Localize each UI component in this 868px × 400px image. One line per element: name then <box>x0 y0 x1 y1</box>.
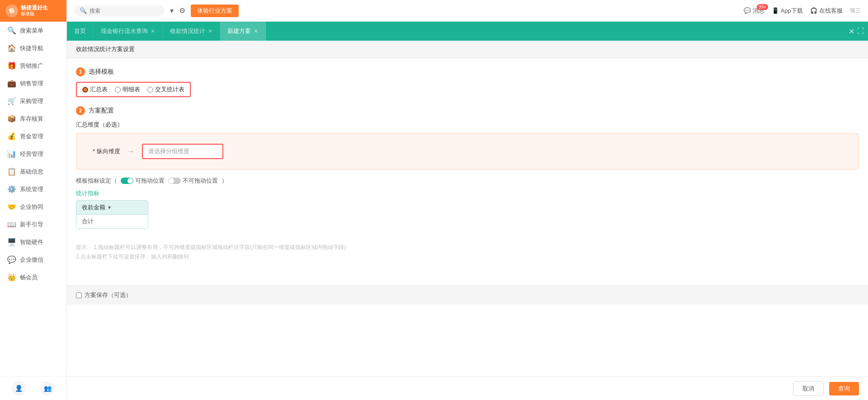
cooperation-icon: 🤝 <box>7 202 16 211</box>
logo-text: 畅捷通好生 标准版 <box>21 5 48 17</box>
summary-dimension-label: 汇总维度（必选） <box>76 121 859 129</box>
radio-detail[interactable]: 明细表 <box>115 85 140 94</box>
tip-line2: 2.点击标题栏下拉可设置排序、插入列和删除列 <box>76 253 859 261</box>
footer-bar: 取消 查询 <box>67 376 868 400</box>
search-icon: 🔍 <box>80 7 87 14</box>
dropdown-icon[interactable]: ▾ <box>170 6 174 15</box>
sidebar-footer-btn1[interactable]: 👤 <box>12 381 26 395</box>
tab-new-plan[interactable]: 新建方案 ✕ <box>220 22 266 41</box>
sidebar-item-member[interactable]: 👑 畅会员 <box>0 268 66 286</box>
maximize-window-icon[interactable]: ⛶ <box>857 27 864 35</box>
search-box[interactable]: 🔍 <box>74 5 165 16</box>
guide-icon: 📖 <box>7 220 16 229</box>
sidebar: 畅 畅捷通好生 标准版 🔍 搜索菜单 🏠 快捷导航 🎁 营销推广 💼 销售管理 … <box>0 0 67 400</box>
cancel-button[interactable]: 取消 <box>793 381 824 396</box>
metrics-label: 统计指标 <box>76 189 859 198</box>
sidebar-item-finance[interactable]: 💰 资金管理 <box>0 127 66 145</box>
gear-icon[interactable]: ⚙ <box>179 6 185 15</box>
dimension-arrow-icon: → <box>127 147 135 155</box>
save-section: 方案保存（可选） <box>67 285 868 305</box>
drag-toggle[interactable]: 可拖动位置 <box>121 177 165 185</box>
metrics-column-header: 收款金额 <box>82 203 105 212</box>
step2-section: 2 方案配置 汇总维度（必选） * 纵向维度 → 请选择分组维度 模板指标设定（ <box>76 106 859 267</box>
drag-toggle-icon <box>121 178 133 184</box>
step2-label: 方案配置 <box>89 107 114 115</box>
template-radio-group: 汇总表 明细表 交叉统计表 <box>82 85 184 94</box>
tab-cash-bank[interactable]: 现金银行流水查询 ✕ <box>94 22 163 41</box>
sidebar-item-guide[interactable]: 📖 新手引导 <box>0 216 66 233</box>
operations-icon: 📊 <box>7 150 16 158</box>
nodrag-toggle[interactable]: 不可拖动位置 <box>168 177 218 185</box>
sidebar-item-search-menu[interactable]: 🔍 搜索菜单 <box>0 22 66 39</box>
app-download-btn[interactable]: 📱 App下载 <box>772 7 803 15</box>
quick-nav-icon: 🏠 <box>7 44 16 52</box>
step1-section: 1 选择模板 汇总表 明细表 <box>76 67 859 97</box>
radio-cross[interactable]: 交叉统计表 <box>147 85 184 94</box>
tab-close-new-plan[interactable]: ✕ <box>254 28 258 34</box>
sidebar-item-inventory[interactable]: 📦 库存核算 <box>0 110 66 127</box>
sidebar-item-operations[interactable]: 📊 经营管理 <box>0 145 66 163</box>
user-name: 张三 <box>850 7 861 14</box>
service-icon: 🎧 <box>810 7 817 14</box>
form-area: 1 选择模板 汇总表 明细表 <box>67 58 868 285</box>
tab-receipts-stat[interactable]: 收款情况统计 ✕ <box>163 22 220 41</box>
sidebar-item-system[interactable]: ⚙️ 系统管理 <box>0 180 66 198</box>
step1-title: 1 选择模板 <box>76 67 859 76</box>
breadcrumb: 收款情况统计方案设置 <box>76 46 135 52</box>
step2-num: 2 <box>76 106 85 115</box>
metrics-table: 收款金额 ▾ 合计 <box>76 200 148 229</box>
save-checkbox[interactable] <box>76 292 82 298</box>
metrics-header: 收款金额 ▾ <box>76 201 148 215</box>
search-input[interactable] <box>90 8 153 14</box>
radio-cross-input[interactable] <box>147 87 153 93</box>
radio-summary[interactable]: 汇总表 <box>82 85 108 94</box>
metrics-toggle: 模板指标设定（ 可拖动位置 不可拖动位置 ） <box>76 177 859 185</box>
radio-summary-input[interactable] <box>82 87 88 93</box>
system-icon: ⚙️ <box>7 185 16 193</box>
metrics-total-cell: 合计 <box>76 215 148 228</box>
download-icon: 📱 <box>772 7 779 14</box>
window-controls: ✕ ⛶ <box>845 22 868 41</box>
nodrag-toggle-icon <box>168 178 181 184</box>
radio-detail-input[interactable] <box>115 87 121 93</box>
step1-num: 1 <box>76 67 85 76</box>
sidebar-item-basic-info[interactable]: 📋 基础信息 <box>0 163 66 180</box>
step1-label: 选择模板 <box>89 68 114 76</box>
page-header: 收款情况统计方案设置 <box>67 41 868 58</box>
tips-section: 提示： 1.拖动标题栏可以调整布局，不可跨维度或指标区域拖动栏目字段(只能在同一… <box>76 239 859 267</box>
tab-home[interactable]: 首页 <box>67 22 94 41</box>
content-area: 收款情况统计方案设置 1 选择模板 汇总表 <box>67 41 868 376</box>
sidebar-item-purchase[interactable]: 🛒 采购管理 <box>0 92 66 110</box>
tip-line1: 提示： 1.拖动标题栏可以调整布局，不可跨维度或指标区域拖动栏目字段(只能在同一… <box>76 244 859 251</box>
sales-icon: 💼 <box>7 79 16 88</box>
save-checkbox-label[interactable]: 方案保存（可选） <box>76 291 132 299</box>
sidebar-item-cooperation[interactable]: 🤝 企业协同 <box>0 198 66 216</box>
sidebar-footer-btn2[interactable]: 👥 <box>40 381 55 395</box>
marketing-icon: 🎁 <box>7 61 16 70</box>
sidebar-logo: 畅 畅捷通好生 标准版 <box>0 0 66 22</box>
basic-info-icon: 📋 <box>7 167 16 176</box>
sidebar-item-hardware[interactable]: 🖥️ 智能硬件 <box>0 233 66 251</box>
sidebar-item-marketing[interactable]: 🎁 营销推广 <box>0 57 66 75</box>
dimension-select[interactable]: 请选择分组维度 <box>142 144 223 159</box>
step2-title: 2 方案配置 <box>76 106 859 115</box>
sidebar-item-quick-nav[interactable]: 🏠 快捷导航 <box>0 39 66 57</box>
metrics-dropdown-icon[interactable]: ▾ <box>108 204 111 211</box>
sidebar-item-sales[interactable]: 💼 销售管理 <box>0 75 66 92</box>
topbar: 🔍 ▾ ⚙ 体验行业方案 💬 消息 99+ 📱 App下载 🎧 在线客服 张三 <box>67 0 868 22</box>
tab-close-cash-bank[interactable]: ✕ <box>151 28 155 34</box>
member-icon: 👑 <box>7 273 16 282</box>
tab-close-receipts-stat[interactable]: ✕ <box>208 28 212 34</box>
sidebar-footer: 👤 👥 <box>0 376 66 400</box>
badge-count: 99+ <box>757 4 768 10</box>
query-button[interactable]: 查询 <box>829 382 859 395</box>
close-window-icon[interactable]: ✕ <box>849 27 854 36</box>
messages-btn[interactable]: 💬 消息 99+ <box>744 7 764 15</box>
dimension-area: * 纵向维度 → 请选择分组维度 <box>76 133 859 169</box>
message-icon: 💬 <box>744 7 751 14</box>
online-service-btn[interactable]: 🎧 在线客服 <box>810 7 843 15</box>
tabbar: 首页 现金银行流水查询 ✕ 收款情况统计 ✕ 新建方案 ✕ ✕ ⛶ <box>67 22 868 41</box>
sidebar-item-wechat[interactable]: 💬 企业微信 <box>0 251 66 268</box>
trial-button[interactable]: 体验行业方案 <box>191 5 239 17</box>
purchase-icon: 🛒 <box>7 97 16 105</box>
